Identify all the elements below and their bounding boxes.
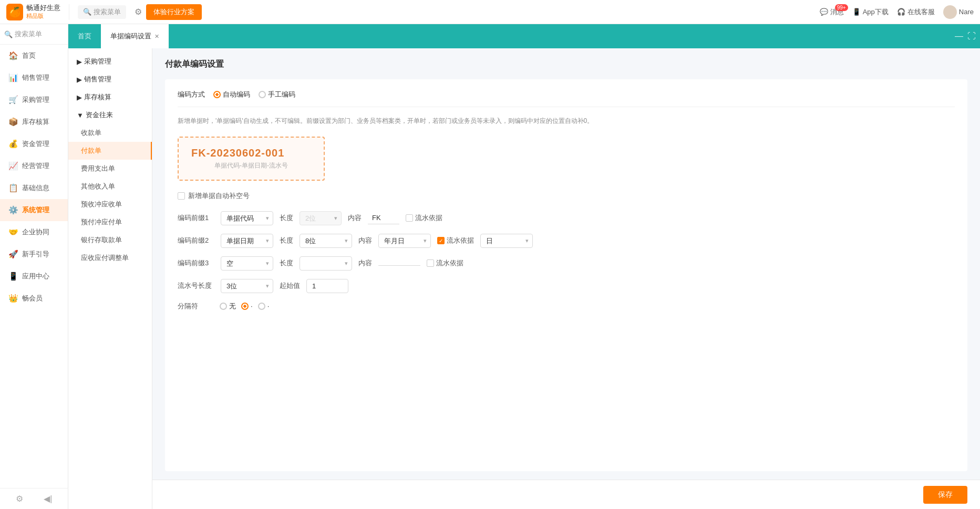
prefix3-length-label: 长度 — [280, 258, 293, 268]
prefix3-waterfall-checkbox[interactable] — [427, 259, 434, 267]
app-download-icon: 📱 — [852, 8, 861, 16]
radio-manual-label: 手工编码 — [268, 90, 295, 99]
prefix2-select[interactable]: 单据日期 部门 业务员 空 — [221, 234, 273, 248]
serial-length-select[interactable]: 3位 4位 5位 6位 — [221, 279, 273, 293]
sidebar-label-finance: 资金管理 — [22, 139, 49, 149]
save-button[interactable]: 保存 — [923, 486, 967, 504]
prefix3-select[interactable]: 空 单据代码 单据日期 部门 — [221, 256, 273, 271]
search-bar[interactable]: 🔍 搜索菜单 — [78, 5, 126, 19]
sidebar-label-corp: 企业协同 — [22, 227, 49, 237]
corp-icon: 🤝 — [8, 227, 18, 237]
prefix2-length-wrap: 8位 6位 4位 — [300, 234, 352, 248]
sidebar-label-home: 首页 — [22, 51, 36, 60]
tab-encode-settings[interactable]: 单据编码设置 ✕ — [101, 24, 169, 48]
submenu-arrow-sales: ▶ — [77, 76, 82, 84]
radio-auto-circle — [213, 91, 221, 98]
radio-manual[interactable]: 手工编码 — [259, 90, 295, 99]
message-btn[interactable]: 💬 消息 99+ — [820, 7, 844, 17]
topbar-right: 💬 消息 99+ 📱 App下载 🎧 在线客服 Nare — [820, 5, 974, 19]
tab-maximize-icon[interactable]: ⛶ — [967, 32, 976, 41]
prefix3-content-label: 内容 — [358, 258, 372, 268]
separator-none[interactable]: 无 — [220, 302, 236, 311]
submenu-item-payment[interactable]: 付款单 — [68, 142, 152, 160]
sidebar-item-purchase[interactable]: 🛒 采购管理 — [0, 89, 68, 111]
sidebar-item-inventory[interactable]: 📦 库存核算 — [0, 111, 68, 133]
user-area[interactable]: Nare — [943, 5, 974, 19]
prefix1-length-select[interactable]: 2位 — [300, 211, 342, 225]
prefix1-content-label: 内容 — [348, 213, 362, 223]
submenu-header-purchase[interactable]: ▶ 采购管理 — [68, 53, 152, 70]
prefix2-period-wrap: 日 月 年 — [480, 234, 533, 248]
submenu-arrow-finance: ▼ — [77, 111, 84, 119]
submenu-item-adjust[interactable]: 应收应付调整单 — [68, 249, 152, 267]
industry-btn[interactable]: 体验行业方案 — [146, 4, 202, 20]
settings-bottom-icon[interactable]: ⚙ — [16, 494, 23, 504]
submenu-group-inventory: ▶ 库存核算 — [68, 88, 152, 106]
start-value-input[interactable] — [306, 279, 348, 293]
operation-icon: 📈 — [8, 161, 18, 171]
submenu-header-finance[interactable]: ▼ 资金往来 — [68, 106, 152, 124]
app-download-btn[interactable]: 📱 App下载 — [852, 7, 889, 17]
sidebar-item-sales[interactable]: 📊 销售管理 — [0, 67, 68, 89]
prefix2-content-label: 内容 — [358, 236, 372, 245]
prefix2-waterfall-checkbox[interactable]: ✓ — [437, 237, 445, 244]
submenu-item-receipt[interactable]: 收款单 — [68, 124, 152, 142]
sidebar-item-basic[interactable]: 📋 基础信息 — [0, 177, 68, 199]
separator-dot-label: · — [251, 302, 253, 310]
radio-auto[interactable]: 自动编码 — [213, 90, 250, 99]
logo-text-area: 畅通好生意 精品版 — [26, 4, 60, 20]
submenu-header-inventory[interactable]: ▶ 库存核算 — [68, 88, 152, 106]
app-center-icon: 📱 — [8, 272, 18, 281]
settings-icon[interactable]: ⚙ — [135, 7, 142, 17]
sidebar-item-finance[interactable]: 💰 资金管理 — [0, 133, 68, 155]
sidebar-item-member[interactable]: 👑 畅会员 — [0, 287, 68, 309]
separator-dot[interactable]: · — [241, 302, 253, 310]
prefix2-length-select[interactable]: 8位 6位 4位 — [300, 234, 352, 248]
sidebar-item-guide[interactable]: 🚀 新手引导 — [0, 243, 68, 265]
prefix2-period-select[interactable]: 日 月 年 — [480, 234, 533, 248]
sidebar-item-app[interactable]: 📱 应用中心 — [0, 265, 68, 287]
prefix1-waterfall-label: 流水依据 — [415, 213, 442, 223]
submenu-item-bank[interactable]: 银行存取款单 — [68, 231, 152, 249]
submenu-item-prepay-pay[interactable]: 预付冲应付单 — [68, 213, 152, 231]
online-service-btn[interactable]: 🎧 在线客服 — [897, 7, 935, 17]
auto-fill-row: 新增单据自动补空号 — [178, 191, 955, 201]
auto-fill-checkbox[interactable] — [178, 192, 185, 200]
prefix1-waterfall-checkbox[interactable] — [406, 214, 413, 222]
serial-row: 流水号长度 3位 4位 5位 6位 起始值 — [178, 279, 955, 293]
tab-close-icon[interactable]: ✕ — [154, 33, 159, 40]
sidebar-search[interactable]: 🔍 搜索菜单 — [0, 24, 68, 45]
bottom-bar: 保存 — [152, 480, 980, 509]
collapse-icon[interactable]: ◀| — [44, 494, 52, 504]
submenu-group-sales: ▶ 销售管理 — [68, 70, 152, 88]
submenu-header-sales[interactable]: ▶ 销售管理 — [68, 70, 152, 88]
prefix1-length-wrap: 2位 — [300, 211, 342, 225]
sidebar-item-operation[interactable]: 📈 经营管理 — [0, 155, 68, 177]
search-icon: 🔍 — [83, 8, 91, 16]
message-count: 99+ — [835, 4, 848, 11]
guide-icon: 🚀 — [8, 250, 18, 259]
page-content: 付款单编码设置 编码方式 自动编码 手工编码 — [152, 48, 980, 509]
separator-dot2[interactable]: · — [258, 302, 270, 310]
sidebar-nav: 🏠 首页 📊 销售管理 🛒 采购管理 📦 库存核算 💰 资金管理 📈 经 — [0, 45, 68, 488]
prefix1-select-wrap: 单据代码 部门 业务员 空 — [221, 211, 273, 225]
submenu-item-expense[interactable]: 费用支出单 — [68, 160, 152, 178]
submenu-item-prepay-recv[interactable]: 预收冲应收单 — [68, 195, 152, 213]
tab-home[interactable]: 首页 — [68, 24, 101, 48]
sidebar-item-system[interactable]: ⚙️ 系统管理 — [0, 199, 68, 221]
separator-row: 分隔符 无 · · — [178, 302, 955, 311]
content-area: 首页 单据编码设置 ✕ — ⛶ ▶ 采购管理 — [68, 24, 980, 509]
prefix1-content-value: FK — [368, 212, 399, 224]
sidebar-item-home[interactable]: 🏠 首页 — [0, 45, 68, 67]
tab-minimize-icon[interactable]: — — [955, 32, 963, 41]
prefix3-content-value — [378, 261, 420, 266]
sidebar-label-guide: 新手引导 — [22, 250, 49, 259]
info-text: 新增单据时，'单据编码'自动生成，不可编辑。前缀设置为部门、业务员等档案类，开单… — [178, 116, 955, 127]
prefix2-content-select[interactable]: 年月日 年月 年 — [378, 234, 431, 248]
prefix3-length-select[interactable] — [300, 256, 352, 271]
separator-none-label: 无 — [229, 302, 236, 311]
sidebar-search-icon: 🔍 — [4, 30, 13, 38]
prefix1-select[interactable]: 单据代码 部门 业务员 空 — [221, 211, 273, 225]
submenu-item-other-income[interactable]: 其他收入单 — [68, 178, 152, 195]
sidebar-item-corp[interactable]: 🤝 企业协同 — [0, 221, 68, 243]
